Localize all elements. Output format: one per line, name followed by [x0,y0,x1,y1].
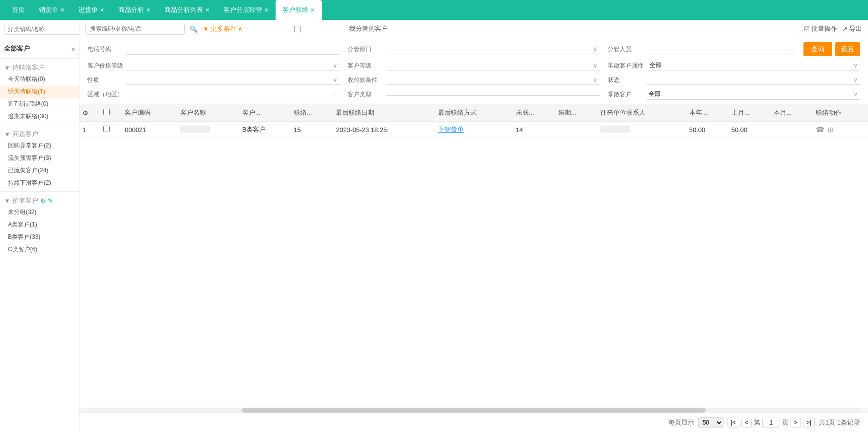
col-header-last-contact-method: 最后联络方式 [435,104,513,122]
sidebar-search-input[interactable] [4,24,79,35]
settings-button[interactable]: 设置 [835,42,860,56]
nav-close-purchase[interactable]: ✕ [100,7,104,13]
row-checkbox-cell[interactable] [100,122,122,138]
nav-customer-contact[interactable]: 客户联络 ✕ [276,0,322,20]
filter-customer-type-select[interactable] [386,93,600,96]
more-conditions-btn[interactable]: ▼ 更多条件 ∧ [203,24,243,33]
col-header-check[interactable] [100,104,122,122]
filter-region-row: 区域（地区） … [87,89,340,100]
filter-icon: ▼ [203,25,209,33]
pending-collapse-icon[interactable]: ▼ [4,64,10,72]
sidebar-tomorrow-pending[interactable]: 明天待联络(1) [0,85,79,98]
row-last-month: 50.00 [728,122,771,138]
row-action: ☎ ⊞ [813,122,868,138]
action-phone-icon[interactable]: ☎ [816,126,824,134]
nav-home[interactable]: 首页 [5,0,32,20]
row-code: 000021 [122,122,177,138]
filter-customer-type-row: 客户类型 [348,89,600,100]
filter-customer-type-label: 客户类型 [348,90,382,99]
all-customers-section: 全部客户 « [0,39,79,56]
settings-gear-icon[interactable]: ⚙ [82,109,88,117]
col-header-last-contact-date: 最后联络日期 [333,104,435,122]
filter-retail-attr-label: 零散客户属性 [608,62,644,70]
nav-close-customer-tier[interactable]: ✕ [264,7,269,13]
sidebar-today-pending[interactable]: 今天待联络(0) [0,73,79,85]
page-suffix: 页 [782,418,789,427]
filter-price-level-select[interactable]: ∨ [127,61,340,71]
filter-price-level-label: 客户价格等级 [87,62,123,70]
sidebar-week-pending[interactable]: 近7天待联络(0) [0,98,79,110]
my-customers-checkbox-label[interactable]: 我分管的客户 [248,24,388,33]
price-level-dropdown-icon: ∨ [333,62,338,69]
filter-gender-select[interactable]: ∨ [126,75,340,85]
nav-purchase[interactable]: 进货单 ✕ [72,0,111,20]
main-search-input[interactable] [85,23,185,35]
sidebar-c-class[interactable]: C类客户(6) [0,243,79,256]
first-page-btn[interactable]: |< [727,418,739,428]
row-checkbox[interactable] [103,126,110,132]
last-page-btn[interactable]: >| [803,418,815,428]
problem-collapse-icon[interactable]: ▼ [4,131,10,138]
sidebar-declining[interactable]: 持续下滑客户(2) [0,177,79,189]
col-header-not-contacted: 未联... [513,104,555,122]
filter-dept-select[interactable]: ∨ [386,44,600,54]
filter-payment-select[interactable]: ∨ [386,75,600,85]
filter-person-row: 分管人员 … 查询 设置 [608,42,860,56]
filter-retail-customer-select[interactable]: 全部 ∨ [647,89,860,100]
sidebar-churned[interactable]: 已流失客户(24) [0,164,79,177]
action-more-icon[interactable]: ⊞ [828,126,834,134]
sidebar-a-class[interactable]: A类客户(1) [0,218,79,231]
nav-sales[interactable]: 销货单 ✕ [32,0,72,20]
nav-product-analysis-list[interactable]: 商品分析列表 ✕ [157,0,217,20]
horizontal-scrollbar[interactable] [87,408,860,413]
scrollbar-thumb[interactable] [242,408,706,413]
last-contact-method-link[interactable]: 下销货单 [438,126,464,133]
batch-operation-btn[interactable]: ☑ 批量操作 [804,24,837,33]
value-edit-icon[interactable]: ✎ [48,197,53,205]
row-last-contact-method[interactable]: 下销货单 [435,122,513,138]
value-collapse-icon[interactable]: ▼ [4,197,10,205]
query-button[interactable]: 查询 [803,42,832,56]
col-header-category: 客户... [239,104,291,122]
collapse-icon[interactable]: « [72,45,75,53]
sidebar-churn-warning[interactable]: 流失预警客户(3) [0,152,79,164]
select-all-checkbox[interactable] [103,109,110,115]
next-page-btn[interactable]: > [791,418,801,428]
nav-close-sales[interactable]: ✕ [60,7,65,13]
export-btn[interactable]: ↗ 导出 [842,24,862,33]
col-header-overdue: 逾期... [555,104,597,122]
sidebar-overdue-pending[interactable]: 逾期未联络(30) [0,110,79,123]
prev-page-btn[interactable]: < [741,418,752,428]
filter-status-label: 状态 [608,76,643,84]
my-customers-checkbox[interactable] [248,26,347,32]
page-number-input[interactable] [762,418,780,428]
customer-table: ⚙ 客户编码 客户名称 客户... 联络... 最后联络日期 最后联络方式 未联… [79,104,868,138]
filter-customer-level-select[interactable]: ∨ [386,61,600,71]
sidebar-ungrouped[interactable]: 未分组(32) [0,206,79,218]
col-header-settings[interactable]: ⚙ [79,104,100,122]
col-header-this-month: 本月... [771,104,813,122]
row-category: B类客户 [239,122,291,138]
nav-product-analysis[interactable]: 商品分析 ✕ [111,0,157,20]
nav-close-customer-contact[interactable]: ✕ [310,7,315,13]
col-header-action: 联络动作 [813,104,868,122]
advanced-filter-panel: 电话号码 分管部门 ∨ 分管人员 … 查询 设置 [79,38,868,104]
status-dropdown-icon: ∨ [853,76,858,83]
filter-person-select[interactable]: … [647,44,796,54]
sidebar-b-class[interactable]: B类客户(33) [0,231,79,243]
nav-close-product-analysis[interactable]: ✕ [146,7,150,13]
sidebar-repurchase-abnormal[interactable]: 回购异常客户(2) [0,140,79,152]
row-last-contact-date: 2023-05-23 18:25: [333,122,435,138]
value-group-label: ▼ 价值客户 ↻ ✎ [0,194,79,206]
filter-phone-input[interactable] [126,44,340,55]
nav-customer-tier[interactable]: 客户分层经营 ✕ [217,0,276,20]
main-search-icon[interactable]: 🔍 [190,25,198,33]
filter-retail-attr-select[interactable]: 全部 ∨ [648,60,860,71]
filter-status-select[interactable]: ∨ [647,75,860,85]
filter-gender-row: 性质 ∨ [87,75,340,85]
filter-region-select[interactable]: … [127,89,340,99]
table-footer: 每页显示 50 100 200 |< < 第 页 > >| 共1页 1条记录 [79,413,868,432]
nav-close-product-analysis-list[interactable]: ✕ [205,7,210,13]
value-refresh-icon[interactable]: ↻ [40,197,46,205]
per-page-select[interactable]: 50 100 200 [698,417,723,428]
